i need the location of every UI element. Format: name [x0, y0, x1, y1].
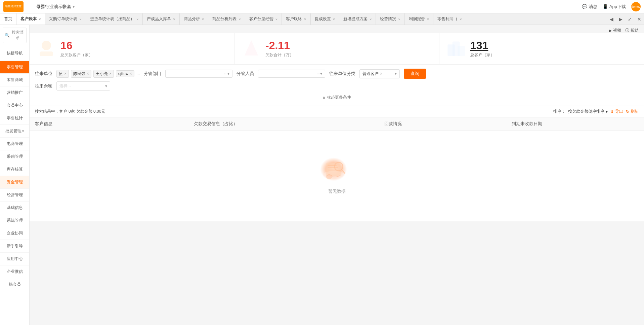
tab-accounts[interactable]: 客户账本 ×: [16, 13, 45, 25]
unit-filter-tags: 伍 × 陈民强 × 王小亮 × cjttcw × ...: [56, 70, 140, 78]
collapse-button[interactable]: ∧ 收起更多条件: [35, 93, 639, 102]
tab-purchase-close-icon[interactable]: ×: [79, 17, 81, 21]
tab-raise-close-icon[interactable]: ×: [333, 17, 335, 21]
tab-new-raise-close-icon[interactable]: ×: [370, 17, 372, 21]
sidebar-item-ecommerce[interactable]: 电商管理: [0, 138, 29, 150]
tab-accounts-close-icon[interactable]: ×: [39, 17, 41, 21]
tab-customer-segment-close-icon[interactable]: ×: [275, 17, 277, 21]
message-icon: 💬: [582, 4, 587, 9]
sidebar: 🔍 搜索菜单 快捷导航 零售管理 零售商城 营销推广 会员中心 零售统计 批发管…: [0, 25, 30, 325]
tab-production-close-icon[interactable]: ×: [173, 17, 175, 21]
messages-button[interactable]: 💬 消息: [582, 4, 597, 10]
remove-chen-icon[interactable]: ×: [87, 71, 89, 76]
remove-wang-icon[interactable]: ×: [109, 71, 112, 76]
search-menu-button[interactable]: 🔍 搜索菜单: [3, 28, 27, 43]
video-link[interactable]: ▶ 视频: [609, 28, 621, 33]
tab-product-analysis[interactable]: 商品分析 ×: [180, 13, 208, 25]
sidebar-item-app-center[interactable]: 应用中心: [0, 253, 29, 265]
tab-product-list[interactable]: 商品分析列表 ×: [208, 13, 245, 25]
empty-icon: [320, 157, 354, 184]
tab-retail-profit-close-icon[interactable]: ×: [460, 17, 462, 21]
col-header-debt: 欠款交易信息（占比）: [194, 121, 384, 127]
tab-customer-contact[interactable]: 客户联络 ×: [282, 13, 310, 25]
svg-point-0: [42, 41, 51, 50]
tab-close-all-icon[interactable]: ✕: [635, 16, 644, 22]
tab-inbound-stats-label: 进货单统计表（按商品）: [90, 16, 134, 22]
sidebar-item-basic[interactable]: 基础信息: [0, 202, 29, 214]
filter-more-icon[interactable]: ...: [136, 71, 140, 76]
sidebar-item-retail[interactable]: 零售管理: [0, 61, 29, 74]
remove-wu-icon[interactable]: ×: [64, 71, 67, 76]
quick-nav-button[interactable]: 快捷导航: [3, 49, 27, 58]
app-logo: 畅捷通好生意: [3, 1, 24, 12]
tab-new-raise[interactable]: 新增提成方案 ×: [339, 13, 376, 25]
tab-product-analysis-close-icon[interactable]: ×: [202, 17, 204, 21]
tab-home[interactable]: 首页: [0, 13, 16, 25]
remove-cjttcw-icon[interactable]: ×: [130, 71, 132, 76]
tab-raise-settings[interactable]: 提成设置 ×: [311, 13, 339, 25]
tab-retail-profit[interactable]: 零售利润（ ×: [433, 13, 466, 25]
sidebar-item-retail-stats[interactable]: 零售统计: [0, 112, 29, 125]
sort-label: 排序：: [553, 109, 565, 114]
sidebar-item-new-guide[interactable]: 新手引导: [0, 240, 29, 253]
tab-customer-contact-close-icon[interactable]: ×: [304, 17, 306, 21]
tab-bar: 首页 客户账本 × 采购订单统计表 × 进货单统计表（按商品） × 产成品入库单…: [0, 13, 644, 25]
sidebar-item-enterprise-wechat[interactable]: 企业微信: [0, 265, 29, 278]
org-selector[interactable]: 母婴行业演示帐套 ▾: [33, 4, 78, 10]
sidebar-item-system[interactable]: 系统管理: [0, 214, 29, 227]
sidebar-item-finance[interactable]: 资金管理: [0, 176, 29, 189]
stat-total-customers-label: 总客户（家）: [470, 52, 495, 58]
dept-selector[interactable]: ··· ▾: [165, 70, 232, 78]
tab-product-analysis-label: 商品分析: [184, 16, 200, 22]
tab-operations-close-icon[interactable]: ×: [398, 17, 400, 21]
help-link[interactable]: ⓘ 帮助: [625, 28, 639, 33]
tab-expand-icon[interactable]: ⤢: [625, 16, 635, 22]
empty-state: 暂无数据: [30, 131, 644, 221]
export-button[interactable]: ⬇ 导出: [610, 109, 623, 114]
sidebar-item-enterprise-collab[interactable]: 企业协同: [0, 227, 29, 240]
tab-customer-segment[interactable]: 客户分层经营 ×: [245, 13, 282, 25]
tab-profit-label: 利润报告: [409, 16, 425, 22]
tab-production[interactable]: 产成品入库单 ×: [143, 13, 179, 25]
tab-operations[interactable]: 经营情况 ×: [376, 13, 404, 25]
stat-credit-customers-label: 总欠款客户（家）: [60, 52, 93, 58]
sidebar-item-wholesale[interactable]: 批发管理 ▾: [0, 125, 29, 138]
results-count: 0家: [69, 109, 75, 114]
tab-scroll-right-icon[interactable]: ▶: [616, 16, 625, 22]
sidebar-item-retail-mall[interactable]: 零售商城: [0, 74, 29, 86]
remove-unit-type-icon[interactable]: ×: [380, 71, 382, 76]
tab-purchase-stats[interactable]: 采购订单统计表 ×: [45, 13, 86, 25]
query-button[interactable]: 查询: [404, 69, 426, 79]
sidebar-item-purchase[interactable]: 采购管理: [0, 150, 29, 163]
dept-filter-label: 分管部门: [144, 71, 161, 77]
header-right: 💬 消息 📱 App下载 demo2: [582, 2, 641, 11]
unit-type-selector[interactable]: 普通客户 × ▾: [359, 69, 400, 78]
tab-scroll-left-icon[interactable]: ◀: [607, 16, 616, 22]
app-download-button[interactable]: 📱 App下载: [603, 4, 626, 10]
tab-profit[interactable]: 利润报告 ×: [405, 13, 433, 25]
results-bar: 搜索结果中，客户 0家 欠款金额 0.00元 排序： 按欠款金额倒序排序 ▾ ⬇…: [30, 106, 644, 117]
tab-profit-close-icon[interactable]: ×: [427, 17, 429, 21]
sidebar-item-member[interactable]: 会员中心: [0, 99, 29, 112]
person-filter-label: 分管人员: [237, 71, 254, 77]
dept-arrow-icon: ▾: [227, 71, 229, 76]
tab-home-label: 首页: [4, 16, 12, 22]
org-name: 母婴行业演示帐套: [36, 4, 71, 10]
sidebar-item-vip[interactable]: 畅会员: [0, 278, 29, 291]
sidebar-item-marketing[interactable]: 营销推广: [0, 86, 29, 99]
tab-inbound-close-icon[interactable]: ×: [136, 17, 138, 21]
empty-text: 暂无数据: [328, 188, 346, 194]
tab-customer-contact-label: 客户联络: [286, 16, 302, 22]
avatar[interactable]: demo2: [631, 2, 641, 11]
person-selector[interactable]: ··· ▾: [258, 70, 325, 78]
sort-selector[interactable]: 按欠款金额倒序排序 ▾: [568, 109, 608, 114]
tab-inbound-stats[interactable]: 进货单统计表（按商品） ×: [86, 13, 143, 25]
balance-selector[interactable]: 选择... ▾: [56, 81, 110, 91]
sidebar-item-inventory[interactable]: 库存核算: [0, 163, 29, 176]
refresh-button[interactable]: ↻ 刷新: [626, 109, 639, 114]
sidebar-item-ops[interactable]: 经营管理: [0, 189, 29, 202]
sort-arrow-icon: ▾: [606, 109, 608, 114]
tab-product-list-close-icon[interactable]: ×: [239, 17, 241, 21]
stat-credit-amount-content: -2.11 欠款合计（万）: [265, 40, 294, 58]
filter-row-2: 往来余额 选择... ▾: [35, 81, 639, 91]
